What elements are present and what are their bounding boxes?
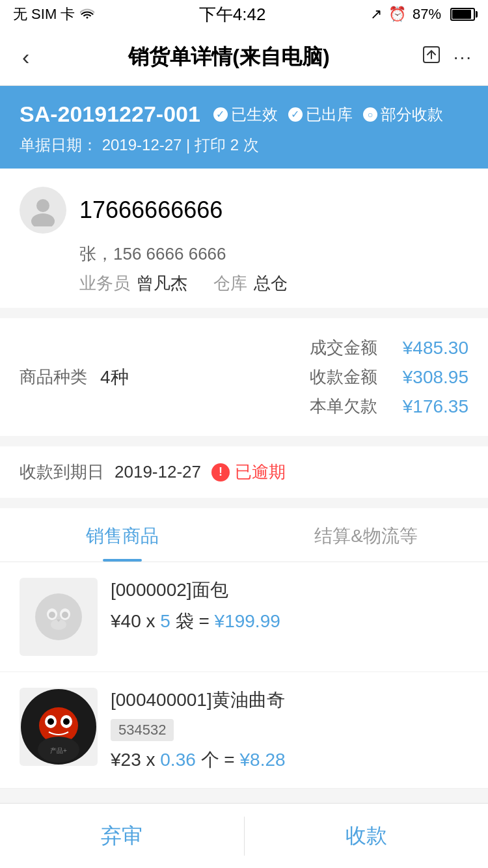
order-number: SA-20191227-001 bbox=[20, 102, 200, 127]
battery-icon bbox=[450, 8, 475, 21]
svg-point-7 bbox=[62, 612, 68, 618]
tab-settlement-logistics[interactable]: 结算&物流等 bbox=[244, 508, 488, 562]
customer-section: 17666666666 张，156 6666 6666 业务员 曾凡杰 仓库 总… bbox=[0, 169, 488, 308]
more-button[interactable]: ··· bbox=[454, 47, 472, 68]
product-eq-1: = bbox=[198, 611, 214, 631]
svg-point-2 bbox=[31, 213, 55, 226]
order-header: SA-20191227-001 ✓ 已生效 ✓ 已出库 ○ 部分收款 单据日期：… bbox=[0, 86, 488, 169]
products-section: [0000002]面包 ¥40 x 5 袋 = ¥199.99 bbox=[0, 562, 488, 789]
product-name-1: [0000002]面包 bbox=[111, 578, 468, 603]
product-unit-2: 个 bbox=[201, 750, 219, 770]
svg-point-13 bbox=[47, 718, 54, 725]
customer-avatar bbox=[20, 187, 66, 234]
warehouse-value: 总仓 bbox=[254, 272, 288, 295]
back-button[interactable]: ‹ bbox=[16, 38, 36, 76]
amounts-section: 商品种类 4种 成交金额 ¥485.30 收款金额 ¥308.95 本单欠款 ¥… bbox=[0, 318, 488, 436]
status-effective: ✓ 已生效 bbox=[213, 104, 278, 125]
wifi-icon bbox=[80, 6, 94, 23]
salesperson-value: 曾凡杰 bbox=[137, 272, 187, 295]
product-qty-1: 5 bbox=[160, 611, 170, 631]
product-item-2: 产品+ [000400001]黄油曲奇 534532 ¥23 x 0.36 个 … bbox=[0, 672, 488, 789]
customer-id: 17666666666 bbox=[79, 197, 223, 224]
reject-button[interactable]: 弃审 bbox=[0, 804, 244, 868]
status-partial-payment: ○ 部分收款 bbox=[363, 104, 443, 125]
product-name-2: [000400001]黄油曲奇 bbox=[111, 688, 468, 712]
deal-amount-line: 成交金额 ¥485.30 bbox=[310, 336, 468, 359]
overdue-text: 已逾期 bbox=[235, 461, 286, 483]
nav-bar: ‹ 销货单详情(来自电脑) ··· bbox=[0, 29, 488, 86]
deal-amount-value: ¥485.30 bbox=[390, 338, 468, 359]
salesperson-label: 业务员 bbox=[79, 272, 130, 295]
tabs-section: 销售商品 结算&物流等 bbox=[0, 508, 488, 562]
location-icon: ↗ bbox=[370, 6, 382, 23]
battery-text: 87% bbox=[413, 6, 441, 23]
product-price-text-1: ¥40 bbox=[111, 611, 141, 631]
amounts-right: 成交金额 ¥485.30 收款金额 ¥308.95 本单欠款 ¥176.35 bbox=[310, 336, 468, 418]
received-value: ¥308.95 bbox=[390, 367, 468, 388]
amounts-row: 商品种类 4种 成交金额 ¥485.30 收款金额 ¥308.95 本单欠款 ¥… bbox=[20, 336, 468, 418]
nav-actions: ··· bbox=[422, 46, 472, 68]
product-placeholder-1 bbox=[20, 578, 98, 656]
carrier-info: 无 SIM 卡 bbox=[13, 5, 94, 24]
customer-extra: 业务员 曾凡杰 仓库 总仓 bbox=[20, 272, 468, 295]
due-date-value: 2019-12-27 bbox=[115, 462, 201, 482]
check-icon-1: ✓ bbox=[213, 107, 228, 122]
product-type-label: 商品种类 bbox=[20, 366, 87, 388]
svg-point-6 bbox=[49, 612, 55, 618]
customer-top: 17666666666 bbox=[20, 187, 468, 234]
page-title: 销货单详情(来自电脑) bbox=[128, 43, 329, 72]
status-shipped: ✓ 已出库 bbox=[288, 104, 353, 125]
tab-sales-products[interactable]: 销售商品 bbox=[0, 508, 244, 562]
debt-amount-line: 本单欠款 ¥176.35 bbox=[310, 395, 468, 418]
order-date: 单据日期： 2019-12-27 | 打印 2 次 bbox=[20, 135, 468, 156]
overdue-badge: ! 已逾期 bbox=[211, 461, 286, 483]
collect-button[interactable]: 收款 bbox=[245, 804, 489, 868]
product-price-2: ¥23 x 0.36 个 = ¥8.28 bbox=[111, 748, 468, 772]
debt-value: ¥176.35 bbox=[390, 396, 468, 417]
svg-text:产品+: 产品+ bbox=[50, 747, 67, 754]
overdue-icon: ! bbox=[211, 463, 230, 481]
product-item: [0000002]面包 ¥40 x 5 袋 = ¥199.99 bbox=[0, 562, 488, 672]
product-eq-2: = bbox=[224, 750, 239, 770]
product-type-value: 4种 bbox=[100, 365, 129, 390]
warehouse-info: 仓库 总仓 bbox=[213, 272, 288, 295]
status-bar: 无 SIM 卡 下午4:42 ↗ ⏰ 87% bbox=[0, 0, 488, 29]
product-image-1 bbox=[20, 578, 98, 656]
due-section: 收款到期日 2019-12-27 ! 已逾期 bbox=[0, 446, 488, 498]
status-right: ↗ ⏰ 87% bbox=[370, 6, 475, 23]
product-total-2: ¥8.28 bbox=[239, 750, 285, 770]
carrier-text: 无 SIM 卡 bbox=[13, 5, 75, 24]
status-time: 下午4:42 bbox=[199, 3, 266, 26]
product-price-text-2: ¥23 bbox=[111, 750, 141, 770]
customer-name: 张，156 6666 6666 bbox=[20, 243, 468, 265]
amounts-left: 商品种类 4种 bbox=[20, 365, 129, 390]
warehouse-label: 仓库 bbox=[213, 272, 247, 295]
product-unit-1: 袋 bbox=[176, 611, 194, 631]
product-x-1: x bbox=[146, 611, 161, 631]
status-badges: ✓ 已生效 ✓ 已出库 ○ 部分收款 bbox=[213, 104, 443, 125]
deal-amount-label: 成交金额 bbox=[310, 336, 377, 359]
tabs-row: 销售商品 结算&物流等 bbox=[0, 508, 488, 562]
due-label: 收款到期日 bbox=[20, 461, 104, 483]
product-info-2: [000400001]黄油曲奇 534532 ¥23 x 0.36 个 = ¥8… bbox=[111, 688, 468, 772]
svg-point-3 bbox=[35, 593, 82, 640]
alarm-icon: ⏰ bbox=[388, 6, 406, 23]
svg-point-14 bbox=[63, 718, 70, 725]
bottom-bar: 弃审 收款 bbox=[0, 803, 488, 868]
product-sku-2: 534532 bbox=[111, 719, 174, 741]
product-image-2: 产品+ bbox=[20, 688, 98, 766]
check-icon-2: ✓ bbox=[288, 107, 303, 122]
debt-label: 本单欠款 bbox=[310, 395, 377, 418]
product-qty-2: 0.36 bbox=[160, 750, 196, 770]
received-label: 收款金额 bbox=[310, 366, 377, 388]
received-amount-line: 收款金额 ¥308.95 bbox=[310, 366, 468, 388]
product-info-1: [0000002]面包 ¥40 x 5 袋 = ¥199.99 bbox=[111, 578, 468, 634]
product-x-2: x bbox=[146, 750, 161, 770]
product-total-1: ¥199.99 bbox=[215, 611, 280, 631]
product-price-1: ¥40 x 5 袋 = ¥199.99 bbox=[111, 609, 468, 634]
clock-icon: ○ bbox=[363, 107, 377, 122]
svg-point-1 bbox=[36, 199, 49, 212]
share-button[interactable] bbox=[422, 46, 441, 68]
salesperson-info: 业务员 曾凡杰 bbox=[79, 272, 187, 295]
